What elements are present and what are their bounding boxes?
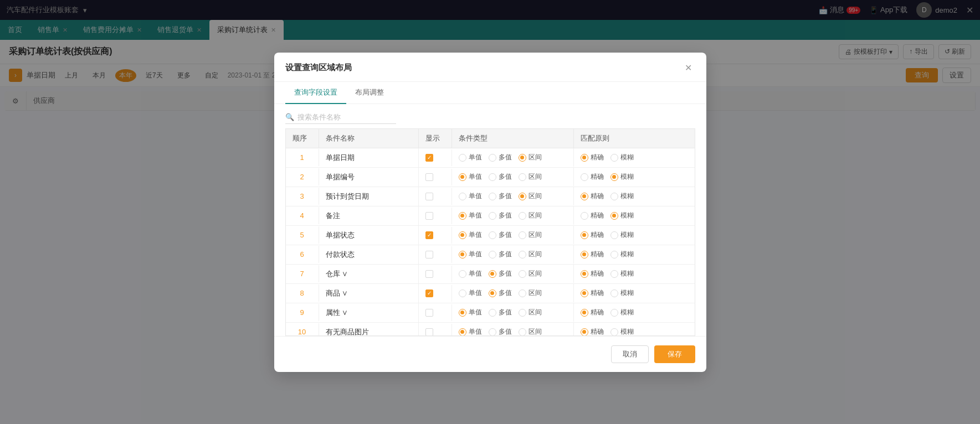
display-checkbox[interactable] bbox=[425, 328, 433, 336]
row-order: 4 bbox=[286, 207, 319, 224]
radio-range[interactable] bbox=[519, 154, 526, 162]
row-name: 单据状态 bbox=[319, 226, 419, 245]
table-row: 8 商品 ∨ 单值 多值 区间 精确 bbox=[286, 284, 695, 303]
row-name: 付款状态 bbox=[319, 245, 419, 264]
row-order: 8 bbox=[286, 285, 319, 302]
row-name: 单据日期 bbox=[319, 148, 419, 167]
radio-fuzzy[interactable] bbox=[610, 154, 618, 162]
dialog-tabs: 查询字段设置 布局调整 bbox=[274, 82, 706, 104]
search-input[interactable] bbox=[297, 113, 386, 121]
table-row: 2 单据编号 单值 多值 区间 精确 bbox=[286, 168, 695, 187]
save-button[interactable]: 保存 bbox=[654, 345, 695, 363]
row-order: 10 bbox=[286, 323, 319, 336]
dialog-close-button[interactable]: ✕ bbox=[682, 61, 695, 75]
row-name: 仓库 ∨ bbox=[319, 265, 419, 283]
row-order: 1 bbox=[286, 149, 319, 166]
row-name: 商品 ∨ bbox=[319, 284, 419, 303]
row-match: 精确 模糊 bbox=[574, 226, 685, 244]
row-display[interactable] bbox=[419, 169, 452, 185]
row-match: 精确 模糊 bbox=[574, 303, 685, 322]
dialog-title: 设置查询区域布局 bbox=[285, 63, 352, 73]
row-type: 单值 多值 区间 bbox=[452, 245, 574, 263]
row-type: 单值 多值 区间 bbox=[452, 303, 574, 322]
table-row: 3 预计到货日期 单值 多值 区间 精确 bbox=[286, 187, 695, 206]
row-name: 有无商品图片 bbox=[319, 323, 419, 336]
table-row: 5 单据状态 单值 多值 区间 精确 bbox=[286, 226, 695, 245]
tab-query-fields[interactable]: 查询字段设置 bbox=[285, 82, 346, 104]
dialog-footer: 取消 保存 bbox=[274, 336, 706, 372]
row-display[interactable] bbox=[419, 246, 452, 263]
row-match: 精确 模糊 bbox=[574, 168, 685, 186]
row-type: 单值 多值 区间 bbox=[452, 284, 574, 302]
row-display[interactable] bbox=[419, 304, 452, 321]
row-name: 预计到货日期 bbox=[319, 187, 419, 206]
radio-multi[interactable] bbox=[489, 154, 496, 162]
search-icon: 🔍 bbox=[285, 113, 294, 121]
row-match: 精确 模糊 bbox=[574, 187, 685, 205]
row-order: 6 bbox=[286, 246, 319, 263]
dialog-table-header: 顺序 条件名称 显示 条件类型 匹配原则 bbox=[285, 128, 695, 148]
row-type: 单值 多值 区间 bbox=[452, 187, 574, 205]
row-display[interactable] bbox=[419, 266, 452, 282]
display-checkbox[interactable] bbox=[425, 309, 433, 317]
modal-overlay: 设置查询区域布局 ✕ 查询字段设置 布局调整 🔍 顺序 条件名称 bbox=[0, 0, 980, 424]
row-type: 单值 多值 区间 bbox=[452, 168, 574, 186]
col-match: 匹配原则 bbox=[574, 129, 685, 148]
row-display[interactable] bbox=[419, 208, 452, 224]
type-range[interactable]: 区间 bbox=[519, 153, 542, 162]
row-display[interactable] bbox=[419, 285, 452, 302]
type-single[interactable]: 单值 bbox=[459, 153, 482, 162]
display-checkbox[interactable] bbox=[425, 154, 433, 162]
row-match: 精确 模糊 bbox=[574, 265, 685, 283]
row-match: 精确 模糊 bbox=[574, 245, 685, 263]
dialog-table: 顺序 条件名称 显示 条件类型 匹配原则 1 单据日期 单值 bbox=[285, 128, 695, 336]
row-match: 精确 模糊 bbox=[574, 206, 685, 225]
display-checkbox[interactable] bbox=[425, 212, 433, 220]
display-checkbox[interactable] bbox=[425, 231, 433, 239]
row-order: 3 bbox=[286, 188, 319, 205]
table-row: 7 仓库 ∨ 单值 多值 区间 精确 bbox=[286, 265, 695, 284]
settings-dialog: 设置查询区域布局 ✕ 查询字段设置 布局调整 🔍 顺序 条件名称 bbox=[274, 53, 706, 372]
match-exact[interactable]: 精确 bbox=[581, 153, 604, 162]
row-type: 单值 多值 区间 bbox=[452, 206, 574, 225]
row-name: 属性 ∨ bbox=[319, 303, 419, 322]
table-row: 6 付款状态 单值 多值 区间 精确 bbox=[286, 245, 695, 265]
tab-layout-adjust[interactable]: 布局调整 bbox=[346, 82, 393, 104]
col-display: 显示 bbox=[419, 129, 452, 148]
row-display[interactable] bbox=[419, 149, 452, 166]
radio-single[interactable] bbox=[459, 154, 466, 162]
match-fuzzy[interactable]: 模糊 bbox=[610, 153, 634, 162]
radio-exact[interactable] bbox=[581, 154, 588, 162]
dialog-header: 设置查询区域布局 ✕ bbox=[274, 53, 706, 82]
row-type: 单值 多值 区间 bbox=[452, 265, 574, 283]
dialog-search-area: 🔍 bbox=[274, 104, 706, 128]
search-wrap: 🔍 bbox=[285, 111, 396, 124]
row-match: 精确 模糊 bbox=[574, 323, 685, 336]
row-type: 单值 多值 区间 bbox=[452, 323, 574, 336]
row-order: 2 bbox=[286, 168, 319, 185]
row-type: 单值 多值 区间 bbox=[452, 226, 574, 244]
col-name: 条件名称 bbox=[319, 129, 419, 148]
row-match: 精确 模糊 bbox=[574, 148, 685, 167]
row-display[interactable] bbox=[419, 227, 452, 244]
row-name: 单据编号 bbox=[319, 168, 419, 187]
display-checkbox[interactable] bbox=[425, 289, 433, 297]
row-order: 5 bbox=[286, 226, 319, 244]
main-content: 采购订单统计表(按供应商) 🖨 按模板打印 ▾ ↑ 导出 ↺ 刷新 › 单据日期… bbox=[0, 40, 980, 424]
col-type: 条件类型 bbox=[452, 129, 574, 148]
cancel-button[interactable]: 取消 bbox=[611, 345, 649, 363]
display-checkbox[interactable] bbox=[425, 251, 433, 258]
row-type: 单值 多值 区间 bbox=[452, 148, 574, 167]
type-multi[interactable]: 多值 bbox=[489, 153, 512, 162]
table-row: 4 备注 单值 多值 区间 精确 bbox=[286, 206, 695, 226]
table-row: 9 属性 ∨ 单值 多值 区间 精确 bbox=[286, 303, 695, 323]
display-checkbox[interactable] bbox=[425, 193, 433, 200]
col-order: 顺序 bbox=[286, 129, 319, 148]
row-display[interactable] bbox=[419, 188, 452, 205]
display-checkbox[interactable] bbox=[425, 173, 433, 181]
dialog-table-body: 1 单据日期 单值 多值 区间 精确 bbox=[285, 148, 695, 336]
row-display[interactable] bbox=[419, 324, 452, 336]
display-checkbox[interactable] bbox=[425, 270, 433, 278]
row-match: 精确 模糊 bbox=[574, 284, 685, 302]
table-row: 1 单据日期 单值 多值 区间 精确 bbox=[286, 148, 695, 168]
